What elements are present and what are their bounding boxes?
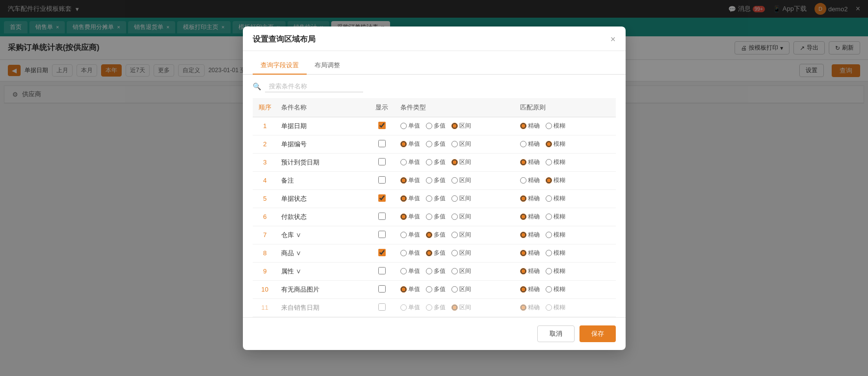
search-input[interactable]: [265, 81, 363, 92]
tab-layout-adjust[interactable]: 布局调整: [307, 57, 348, 75]
col-header-type: 条件类型: [396, 98, 516, 108]
dialog-table-container: 顺序 条件名称 显示 条件类型 匹配原则 1单据日期单值多值区间精确模糊2单据编…: [243, 98, 626, 108]
dialog: 设置查询区域布局 × 查询字段设置 布局调整 🔍: [243, 27, 626, 108]
dialog-close-button[interactable]: ×: [610, 35, 616, 44]
col-header-order: 顺序: [253, 98, 278, 108]
col-header-match: 匹配原则: [516, 98, 616, 108]
col-header-name: 条件名称: [277, 98, 367, 108]
dialog-tabs: 查询字段设置 布局调整: [243, 51, 626, 75]
modal-overlay: 设置查询区域布局 × 查询字段设置 布局调整 🔍: [0, 0, 868, 107]
dialog-body: 查询字段设置 布局调整 🔍 顺序 条件名称 显示: [243, 51, 626, 108]
col-header-display: 显示: [367, 98, 397, 108]
tab-query-fields[interactable]: 查询字段设置: [253, 57, 307, 75]
table-head: 顺序 条件名称 显示 条件类型 匹配原则: [253, 98, 616, 108]
tab-layout-adjust-label: 布局调整: [315, 61, 340, 69]
dialog-table: 顺序 条件名称 显示 条件类型 匹配原则 1单据日期单值多值区间精确模糊2单据编…: [253, 98, 616, 108]
dialog-title: 设置查询区域布局: [253, 34, 316, 45]
search-icon: 🔍: [253, 82, 261, 90]
tab-query-fields-label: 查询字段设置: [261, 61, 299, 69]
dialog-search-area: 🔍: [243, 75, 626, 98]
dialog-header: 设置查询区域布局 ×: [243, 27, 626, 51]
